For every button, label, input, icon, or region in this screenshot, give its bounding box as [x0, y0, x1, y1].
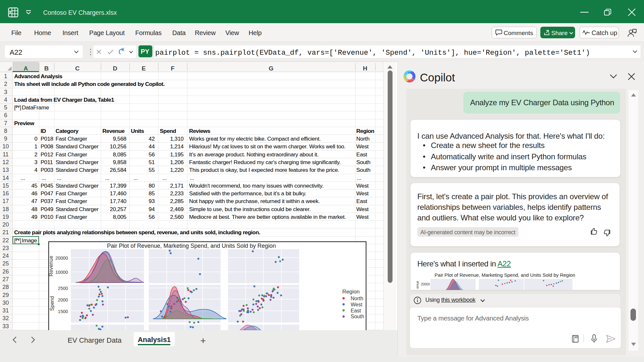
- svg-text:East: East: [351, 308, 361, 313]
- svg-text:Pair Plot of Revenue, Marketin: Pair Plot of Revenue, Marketing Spend, a…: [435, 272, 575, 278]
- svg-text:West: West: [351, 302, 363, 307]
- svg-text:Revenue: Revenue: [48, 256, 54, 276]
- svg-text:10000: 10000: [55, 270, 68, 275]
- svg-text:20000: 20000: [421, 283, 430, 286]
- svg-text:2000: 2000: [58, 297, 68, 302]
- svg-text:North: North: [351, 296, 363, 301]
- svg-text:South: South: [351, 314, 364, 319]
- svg-text:Spend: Spend: [49, 296, 55, 311]
- svg-text:2500: 2500: [58, 286, 68, 291]
- svg-text:[ ]: [ ]: [123, 48, 126, 51]
- svg-text:Pair Plot of Revenue, Marketin: Pair Plot of Revenue, Marketing Spend, a…: [107, 243, 276, 249]
- svg-text:Region: Region: [342, 289, 360, 295]
- svg-text:20000: 20000: [55, 255, 68, 261]
- svg-text:1500: 1500: [58, 309, 68, 314]
- svg-text:enue: enue: [415, 281, 419, 289]
